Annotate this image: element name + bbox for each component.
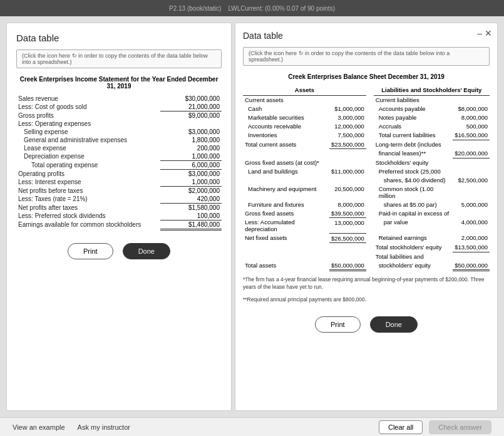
table-row: Total liabilities and: [243, 252, 490, 261]
left-print-button[interactable]: Print: [68, 243, 113, 259]
right-copy-hint-text: (Click the icon here ↻ in order to copy …: [249, 50, 450, 63]
left-copy-hint-text: (Click the icon here ↻ in order to copy …: [22, 53, 208, 65]
right-copy-hint: (Click the icon here ↻ in order to copy …: [243, 47, 490, 66]
table-row: Cash $1,000,000 Accounts payable $8,000,…: [243, 105, 490, 113]
left-panel: Data table (Click the icon here ↻ in ord…: [6, 23, 232, 411]
table-row: Total stockholders' equity $13,500,000: [243, 243, 490, 252]
ask-instructor-link[interactable]: Ask my instructor: [78, 423, 130, 431]
table-row: Selling expense $3,000,000: [16, 128, 222, 136]
table-row: Accounts receivable 12,000,000 Accruals …: [243, 122, 490, 131]
table-row: Less: Preferred stock dividends 100,000: [16, 212, 222, 221]
table-row: Less: Interest expense 1,000,000: [16, 178, 222, 187]
table-row: Current assets Current liabilities: [243, 95, 490, 105]
left-table-title: Creek Enterprises Income Statement for t…: [16, 76, 222, 90]
assets-header: Assets: [243, 85, 366, 95]
right-panel-title: Data table: [243, 31, 490, 41]
table-row: Gross fixed assets (at cost)* Stockholde…: [243, 158, 490, 167]
left-button-row: Print Done: [16, 243, 222, 259]
bottom-bar: View an example Ask my instructor Clear …: [0, 417, 504, 436]
table-row: Total assets $50,000,000 stockholders' e…: [243, 261, 490, 271]
top-bar-text1: P2.13 (book/static): [169, 5, 221, 12]
table-row: Operating profits $3,000,000: [16, 170, 222, 179]
table-row: Depreciation expense 1,000,000: [16, 152, 222, 161]
table-row: Machinery and equipment 20,500,000 Commo…: [243, 184, 490, 200]
right-button-row: Print Done: [243, 316, 490, 333]
table-row: financial leases)** $20,000,000: [243, 149, 490, 158]
liabilities-header: Liabilities and Stockholders' Equity: [374, 85, 490, 95]
table-row: Inventories 7,500,000 Total current liab…: [243, 131, 490, 140]
table-row: Marketable securities 3,000,000 Notes pa…: [243, 113, 490, 122]
table-row: Furniture and fixtures 8,000,000 shares …: [243, 200, 490, 209]
left-panel-title: Data table: [16, 33, 222, 43]
table-row: Less: Operating expenses: [16, 120, 222, 128]
table-row: Land and buildings $11,000,000 Preferred…: [243, 167, 490, 175]
footnote2: **Required annual principal payments are…: [243, 296, 490, 304]
top-bar-text2: LWLCurrent: (0.00% 0.07 of 90 points): [229, 5, 335, 12]
right-print-button[interactable]: Print: [315, 316, 361, 333]
table-row: Gross fixed assets $39,500,000 Paid-in c…: [243, 209, 490, 218]
bottom-right-actions: Clear all Check answer: [379, 420, 491, 434]
table-row: Net profits before taxes $2,000,000: [16, 187, 222, 195]
table-row: Less: Cost of goods sold 21,000,000: [16, 103, 222, 112]
balance-sheet-table: Assets Liabilities and Stockholders' Equ…: [243, 85, 490, 271]
check-answer-button[interactable]: Check answer: [429, 420, 491, 434]
main-area: Data table (Click the icon here ↻ in ord…: [0, 16, 504, 417]
table-row: Earnings available for common stockholde…: [16, 221, 222, 230]
right-table-title: Creek Enterprises Balance Sheet December…: [243, 73, 490, 80]
right-panel: – ✕ Data table (Click the icon here ↻ in…: [235, 23, 498, 411]
left-done-button[interactable]: Done: [123, 243, 170, 259]
table-row: Less: Accumulated depreciation 13,000,00…: [243, 218, 490, 234]
table-row: Sales revenue $30,000,000: [16, 95, 222, 103]
top-bar: P2.13 (book/static) LWLCurrent: (0.00% 0…: [0, 0, 504, 16]
clear-all-button[interactable]: Clear all: [379, 420, 423, 434]
left-copy-hint: (Click the icon here ↻ in order to copy …: [16, 49, 222, 68]
table-row: Total operating expense 6,000,000: [16, 161, 222, 170]
bottom-links: View an example Ask my instructor: [13, 423, 130, 431]
close-button[interactable]: – ✕: [477, 28, 492, 38]
table-row: Gross profits $9,000,000: [16, 112, 222, 120]
table-row: Net fixed assets $26,500,000 Retained ea…: [243, 234, 490, 243]
income-statement-table: Sales revenue $30,000,000 Less: Cost of …: [16, 95, 222, 231]
table-row: Lease expense 200,000: [16, 144, 222, 152]
table-row: General and administrative expenses 1,80…: [16, 136, 222, 144]
table-row: shares, $4.00 dividend) $2,500,000: [243, 175, 490, 184]
table-row: Less: Taxes (rate = 21%) 420,000: [16, 195, 222, 204]
table-row: Total current assets $23,500,000 Long-te…: [243, 140, 490, 149]
right-done-button[interactable]: Done: [370, 316, 418, 333]
view-example-link[interactable]: View an example: [13, 423, 65, 431]
table-row: Net profits after taxes $1,580,000: [16, 204, 222, 212]
footnote1: *The firm has a 4-year financial lease r…: [243, 276, 490, 291]
